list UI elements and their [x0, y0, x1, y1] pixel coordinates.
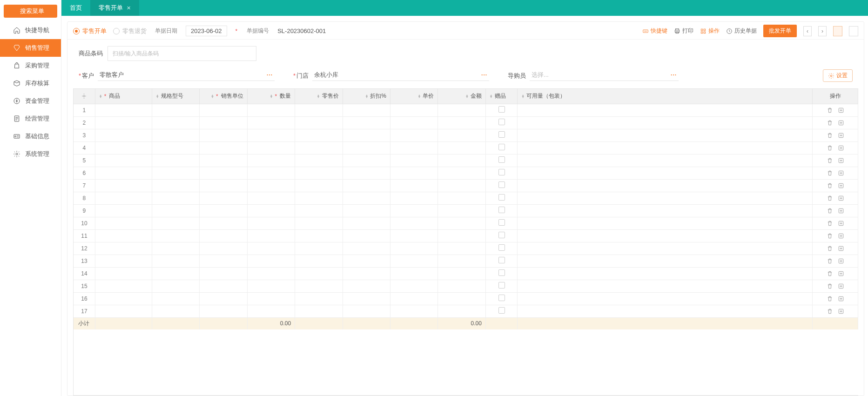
insert-icon[interactable]: [838, 258, 844, 264]
list-view-button[interactable]: [833, 26, 842, 36]
delete-icon[interactable]: [827, 270, 833, 277]
insert-icon[interactable]: [838, 308, 844, 315]
table-row[interactable]: 5: [74, 154, 858, 167]
sidebar-item-quicknav[interactable]: 快捷导航: [0, 21, 61, 39]
gift-checkbox[interactable]: [498, 219, 505, 226]
insert-icon[interactable]: [838, 145, 844, 151]
table-row[interactable]: 3: [74, 129, 858, 141]
col-settings[interactable]: [74, 89, 95, 104]
delete-icon[interactable]: [827, 233, 833, 239]
hotkey-button[interactable]: 快捷键: [642, 27, 667, 35]
close-icon[interactable]: ✕: [127, 5, 131, 11]
insert-icon[interactable]: [838, 295, 844, 302]
search-menu-button[interactable]: 搜索菜单: [4, 5, 57, 18]
table-row[interactable]: 6: [74, 167, 858, 179]
sidebar-item-basicinfo[interactable]: 基础信息: [0, 128, 61, 145]
table-row[interactable]: 10: [74, 217, 858, 229]
sidebar-item-purchase[interactable]: 采购管理: [0, 57, 61, 74]
gift-checkbox[interactable]: [498, 295, 505, 301]
prev-button[interactable]: ‹: [803, 26, 812, 36]
delete-icon[interactable]: [827, 258, 833, 264]
insert-icon[interactable]: [838, 220, 844, 227]
ellipsis-icon[interactable]: ···: [265, 72, 275, 78]
delete-icon[interactable]: [827, 195, 833, 201]
insert-icon[interactable]: [838, 233, 844, 239]
gift-checkbox[interactable]: [498, 106, 505, 113]
gift-checkbox[interactable]: [498, 232, 505, 238]
insert-icon[interactable]: [838, 120, 844, 126]
table-row[interactable]: 7: [74, 179, 858, 192]
table-row[interactable]: 11: [74, 229, 858, 242]
col-retail[interactable]: ▲▼零售价: [295, 89, 343, 104]
insert-icon[interactable]: [838, 270, 844, 277]
delete-icon[interactable]: [827, 120, 833, 126]
gift-checkbox[interactable]: [498, 244, 505, 251]
sidebar-item-inventory[interactable]: 库存核算: [0, 74, 61, 92]
radio-retail-return[interactable]: 零售退货: [113, 27, 147, 35]
radio-retail-order[interactable]: 零售开单: [73, 27, 107, 35]
date-picker[interactable]: 2023-06-02: [186, 26, 227, 36]
table-row[interactable]: 1: [74, 104, 858, 116]
insert-icon[interactable]: [838, 245, 844, 252]
col-amount[interactable]: ▲▼金额: [438, 89, 485, 104]
col-qty[interactable]: ▲▼*数量: [247, 89, 295, 104]
customer-picker[interactable]: 零散客户 ···: [98, 71, 275, 81]
insert-icon[interactable]: [838, 195, 844, 201]
delete-icon[interactable]: [827, 208, 833, 214]
col-gift[interactable]: ▲▼赠品: [485, 89, 517, 104]
gift-checkbox[interactable]: [498, 269, 505, 276]
col-available[interactable]: ▲▼可用量（包装）: [518, 89, 813, 104]
table-row[interactable]: 14: [74, 267, 858, 280]
tab-home[interactable]: 首页: [61, 0, 90, 16]
gift-checkbox[interactable]: [498, 307, 505, 314]
table-row[interactable]: 2: [74, 116, 858, 129]
table-row[interactable]: 4: [74, 141, 858, 154]
table-row[interactable]: 8: [74, 192, 858, 204]
table-row[interactable]: 12: [74, 242, 858, 255]
insert-icon[interactable]: [838, 132, 844, 139]
gift-checkbox[interactable]: [498, 282, 505, 289]
print-button[interactable]: 打印: [674, 27, 693, 35]
guide-picker[interactable]: 选择... ···: [530, 71, 679, 81]
insert-icon[interactable]: [838, 208, 844, 214]
gift-checkbox[interactable]: [498, 119, 505, 125]
gift-checkbox[interactable]: [498, 257, 505, 263]
sidebar-item-system[interactable]: 系统管理: [0, 145, 61, 163]
gift-checkbox[interactable]: [498, 156, 505, 163]
table-row[interactable]: 16: [74, 292, 858, 305]
insert-icon[interactable]: [838, 182, 844, 189]
gift-checkbox[interactable]: [498, 131, 505, 138]
tab-retail-order[interactable]: 零售开单 ✕: [90, 0, 139, 16]
col-product[interactable]: ▲▼*商品: [95, 89, 152, 104]
table-row[interactable]: 9: [74, 204, 858, 217]
delete-icon[interactable]: [827, 157, 833, 164]
col-unit[interactable]: ▲▼*销售单位: [200, 89, 247, 104]
insert-icon[interactable]: [838, 283, 844, 289]
delete-icon[interactable]: [827, 245, 833, 252]
insert-icon[interactable]: [838, 107, 844, 114]
delete-icon[interactable]: [827, 283, 833, 289]
col-price[interactable]: ▲▼单价: [390, 89, 437, 104]
ellipsis-icon[interactable]: ···: [479, 72, 489, 78]
delete-icon[interactable]: [827, 295, 833, 302]
batch-order-button[interactable]: 批发开单: [763, 25, 797, 37]
col-discount[interactable]: ▲▼折扣%: [343, 89, 390, 104]
sidebar-item-sales[interactable]: 销售管理: [0, 39, 61, 57]
sidebar-item-finance[interactable]: 资金管理: [0, 92, 61, 110]
col-spec[interactable]: ▲▼规格型号: [152, 89, 199, 104]
gift-checkbox[interactable]: [498, 207, 505, 213]
delete-icon[interactable]: [827, 182, 833, 189]
table-row[interactable]: 17: [74, 305, 858, 317]
barcode-input[interactable]: [108, 46, 256, 61]
gift-checkbox[interactable]: [498, 194, 505, 201]
gift-checkbox[interactable]: [498, 169, 505, 175]
insert-icon[interactable]: [838, 170, 844, 176]
operate-button[interactable]: 操作: [700, 27, 720, 35]
store-picker[interactable]: 余杭小库 ···: [312, 71, 489, 81]
settings-button[interactable]: 设置: [823, 69, 853, 82]
delete-icon[interactable]: [827, 132, 833, 139]
delete-icon[interactable]: [827, 170, 833, 176]
insert-icon[interactable]: [838, 157, 844, 164]
delete-icon[interactable]: [827, 308, 833, 315]
delete-icon[interactable]: [827, 145, 833, 151]
